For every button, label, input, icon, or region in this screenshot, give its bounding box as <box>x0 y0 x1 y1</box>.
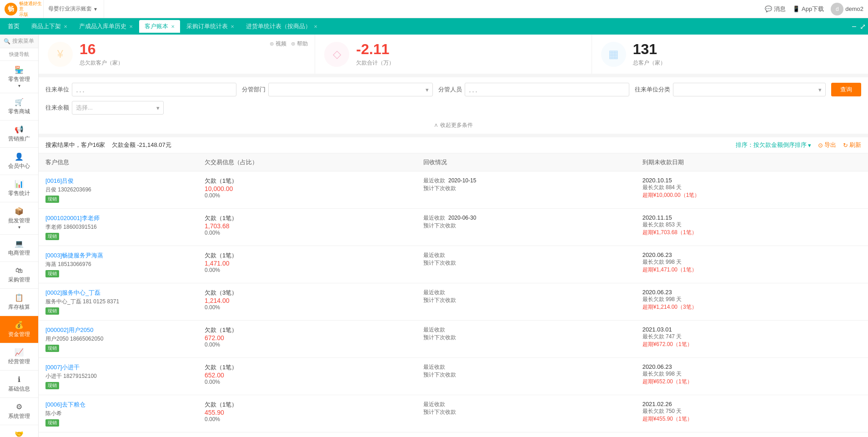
department-select[interactable]: ▾ <box>268 83 433 96</box>
debt-count: 欠款（1笔） <box>205 363 423 372</box>
manager-input[interactable]: ... <box>465 83 629 96</box>
stat-card-total-customers: ▦ 131 总客户（家） <box>592 35 868 74</box>
overdue-text[interactable]: 超期¥652.00（1笔） <box>642 378 861 386</box>
system-icon: ⚙ <box>0 402 38 411</box>
sort-button[interactable]: 排序：按欠款金额倒序排序 ▾ <box>736 141 811 149</box>
stat-value-total-debt: -2.11 <box>356 41 394 57</box>
debt-percent: 0.00% <box>205 267 423 273</box>
sidebar-item-retail-mgmt[interactable]: 🏪 零售管理 ▾ <box>0 61 38 93</box>
stat-info-total-customers: 131 总客户（家） <box>633 41 666 67</box>
debt-info-col: 欠款（1笔） 672.00 0.00% <box>205 326 423 348</box>
sidebar-item-member[interactable]: 👤 会员中心 <box>0 148 38 175</box>
overdue-text[interactable]: 超期¥455.90（1笔） <box>642 415 861 423</box>
video-link[interactable]: ⊙ 视频 <box>270 40 286 48</box>
payment-col: 最近收款 预计下次收款 <box>423 326 642 342</box>
close-icon[interactable]: ✕ <box>171 24 175 29</box>
origin-unit-input[interactable]: ... <box>72 83 236 96</box>
payment-info: 最近收款 2020-10-15 <box>423 177 642 185</box>
sidebar-item-system[interactable]: ⚙ 系统管理 <box>0 398 38 425</box>
chevron-down-icon: ▾ <box>18 225 20 230</box>
customer-name[interactable]: [0003]畅捷服务尹海蒸 <box>45 251 205 260</box>
close-icon[interactable]: ✕ <box>129 24 133 29</box>
sidebar-item-basic-info[interactable]: ℹ 基础信息 <box>0 371 38 398</box>
debt-percent: 0.00% <box>205 192 423 199</box>
overdue-text[interactable]: 超期¥1,703.68（1笔） <box>642 229 861 236</box>
due-col: 2020.06.23 最长欠款 998 天 超期¥1,471.00（1笔） <box>642 251 861 274</box>
payment-info: 最近收款 <box>423 401 642 408</box>
stat-info-total-debt: -2.11 欠款合计（万） <box>356 41 394 67</box>
customer-tag: 现销 <box>45 419 59 427</box>
sidebar-item-quick-nav[interactable]: 快捷导航 <box>0 48 38 61</box>
payment-col: 最近收款 预计下次收款 <box>423 251 642 267</box>
overdue-text[interactable]: 超期¥10,000.00（1笔） <box>642 191 861 199</box>
due-date: 2021.03.01 <box>642 326 861 333</box>
customer-tag: 现销 <box>45 233 59 240</box>
stat-card-debtors: ¥ 16 总欠款客户（家） ⊙ 视频 ⊙ 帮助 <box>39 35 315 74</box>
tab-product-history[interactable]: 产成品入库单历史 ✕ <box>74 20 138 33</box>
debt-info-col: 欠款（1笔） 652.00 0.00% <box>205 363 423 385</box>
origin-unit-dots: ... <box>76 85 85 95</box>
customer-name[interactable]: [0002]服务中心_丁磊 <box>45 289 205 297</box>
message-button[interactable]: 💬 消息 <box>765 5 786 13</box>
user-avatar[interactable]: d demo2 <box>831 3 863 15</box>
overdue-text[interactable]: 超期¥1,214.00（3笔） <box>642 303 861 311</box>
collapse-button[interactable]: ∧ 收起更多条件 <box>45 119 861 131</box>
search-button[interactable]: 查询 <box>831 83 861 96</box>
close-icon[interactable]: ✕ <box>231 24 234 29</box>
stat-label-debtors: 总欠款客户（家） <box>80 59 123 67</box>
customer-name[interactable]: [000002]用户2050 <box>45 326 205 334</box>
debt-percent: 0.00% <box>205 304 423 311</box>
retail-stats-icon: 📊 <box>0 180 38 188</box>
col-header-payment: 回收情况 <box>423 158 642 166</box>
sidebar-item-retail-mall[interactable]: 🛒 零售商城 <box>0 93 38 121</box>
tab-purchase-order[interactable]: 采购订单统计表 ✕ <box>181 20 240 33</box>
customer-phone: 海蒸 18513066976 <box>45 261 205 268</box>
due-col: 2020.10.15 最长欠款 884 天 超期¥10,000.00（1笔） <box>642 177 861 199</box>
filter-balance: 往来余额 选择... ▾ <box>45 101 164 115</box>
export-button[interactable]: ⊙ 导出 <box>818 141 836 149</box>
sidebar-item-purchase[interactable]: 🛍 采购管理 <box>0 262 38 289</box>
payment-col: 最近收款 2020-10-15 预计下次收款 <box>423 177 642 192</box>
table-container: 客户信息 欠交易信息（占比） 回收情况 到期未收款日期 [0016]吕俊 吕俊 … <box>39 154 868 437</box>
filter-row-1: 往来单位 ... 分管部门 ▾ 分管人员 ... <box>45 83 861 96</box>
tab-purchase-stats[interactable]: 进货单统计表（按商品） ✕ <box>241 20 323 33</box>
sidebar-item-ecommerce[interactable]: 💻 电商管理 <box>0 235 38 262</box>
customer-info-col: [0007]小进干 小进干 18279152100 现销 <box>45 363 205 389</box>
help-link[interactable]: ⊙ 帮助 <box>291 40 308 48</box>
sidebar-item-operation[interactable]: 📈 经营管理 <box>0 343 38 371</box>
tab-home[interactable]: 首页 <box>2 20 25 33</box>
close-icon[interactable]: ✕ <box>64 24 67 29</box>
customer-name[interactable]: [0016]吕俊 <box>45 177 205 185</box>
customer-phone: 服务中心_丁磊 181 0125 8371 <box>45 298 205 306</box>
overdue-text[interactable]: 超期¥672.00（1笔） <box>642 341 861 348</box>
customer-name[interactable]: [0006]去下粮仓 <box>45 401 205 409</box>
sidebar-item-batch-mgmt[interactable]: 📦 批发管理 ▾ <box>0 202 38 235</box>
sidebar-item-enterprise[interactable]: 🤝 企业协同 <box>0 425 38 437</box>
sidebar-item-retail-stats[interactable]: 📊 零售统计 <box>0 175 38 202</box>
sidebar-item-marketing[interactable]: 📢 营销推广 <box>0 121 38 148</box>
overdue-text[interactable]: 超期¥1,471.00（1笔） <box>642 266 861 274</box>
app-download-button[interactable]: 📱 App下载 <box>793 5 824 13</box>
unit-category-select[interactable]: ▾ <box>673 83 826 96</box>
stat-label-total-debt: 欠款合计（万） <box>356 59 394 67</box>
tab-product-online[interactable]: 商品上下架 ✕ <box>26 20 73 33</box>
customer-name[interactable]: [0001020001]李老师 <box>45 214 205 222</box>
close-icon[interactable]: ✕ <box>314 24 317 29</box>
stat-icon-total-debt: ◇ <box>324 42 349 67</box>
sidebar-item-finance[interactable]: 💰 资金管理 <box>0 316 38 343</box>
customer-info-col: [0003]畅捷服务尹海蒸 海蒸 18513066976 现销 <box>45 251 205 277</box>
payment-info: 最近收款 <box>423 363 642 371</box>
customer-name[interactable]: [0007]小进干 <box>45 363 205 372</box>
main-layout: 🔍 搜索菜单 快捷导航 🏪 零售管理 ▾ 🛒 零售商城 📢 营销推广 👤 会员中… <box>0 35 868 437</box>
sidebar-item-inventory[interactable]: 📋 库存核算 <box>0 289 38 316</box>
search-menu[interactable]: 🔍 搜索菜单 <box>0 35 38 48</box>
maximize-icon[interactable]: ⤢ <box>860 22 866 31</box>
chevron-down-icon: ▾ <box>808 142 811 149</box>
tab-customer-account[interactable]: 客户账本 ✕ <box>139 20 180 33</box>
minimize-icon[interactable]: – <box>852 22 856 31</box>
refresh-button[interactable]: ↻ 刷新 <box>843 141 861 149</box>
overdue-days: 最长欠款 853 天 <box>642 221 861 229</box>
balance-select[interactable]: 选择... ▾ <box>72 101 164 115</box>
payment-col: 最近收款 预计下次收款 <box>423 401 642 416</box>
industry-selector[interactable]: 母婴行业演示账套 ▾ <box>43 0 104 18</box>
